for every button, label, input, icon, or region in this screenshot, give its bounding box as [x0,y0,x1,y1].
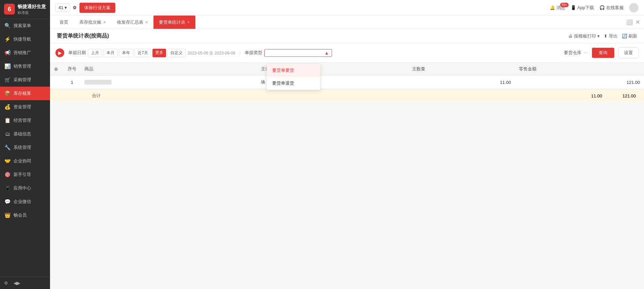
sidebar-item-sales[interactable]: 📊 销售管理 [0,60,50,73]
btn-export[interactable]: ⬆ 导出 [604,33,618,39]
avatar[interactable] [629,3,639,13]
tab-receive-summary-label: 收发存汇总表 [117,19,143,25]
topbar-right: 🔔 消息 99+ 📱 App下载 🎧 在线客服 [550,3,639,13]
sidebar-item-app-center[interactable]: 📱 应用中心 [0,181,50,195]
btn-industry[interactable]: 体验行业方案 [79,3,115,13]
sidebar-item-quick-nav[interactable]: ⚡ 快捷导航 [0,32,50,46]
service-label: 在线客服 [606,5,624,11]
refresh-label: 刷新 [628,33,637,39]
btn-custom[interactable]: 自定义 [167,49,186,57]
app-title: 畅捷通好生意 [18,3,46,10]
badge-more[interactable]: 更多 [152,49,166,57]
filter-warehouse-group: 要货仓库 ··· [564,50,588,56]
tab-order-summary[interactable]: 要货单统计表 × [153,16,195,29]
sidebar-item-label: 系统管理 [14,144,31,151]
page-actions: 🖨 按模板打印 ▾ ⬆ 导出 🔄 刷新 [568,33,637,39]
data-table: ⚙ 序号 商品 主计量单位 主数量 零售金额 1 [50,63,644,89]
tab-order-summary-close[interactable]: × [187,20,190,25]
filter-warehouse-label: 要货仓库 [564,50,581,56]
btn-settings[interactable]: 设置 [618,47,639,58]
refresh-icon: 🔄 [622,34,627,39]
btn-this-year[interactable]: 本年 [119,49,133,57]
filter-type-arrow-icon: ▲ [325,50,329,55]
sidebar-item-label: 采购管理 [14,77,31,83]
sidebar-item-search[interactable]: 🔍 搜索菜单 [0,19,50,32]
sidebar-item-wechat[interactable]: 💬 企业微信 [0,195,50,208]
basics-icon: 🗂 [4,131,11,137]
purchase-icon: 🛒 [4,76,11,83]
btn-print[interactable]: 🖨 按模板打印 ▾ [568,33,600,39]
footer-quantity: 11.00 [572,93,606,98]
sidebar-item-label: 企业协同 [14,158,31,164]
btn-recent7[interactable]: 近7天 [135,49,151,57]
member-icon: 👑 [4,212,11,219]
filter-expand-btn[interactable]: ▶ [55,48,64,57]
page-header: 要货单统计表(按商品) 🖨 按模板打印 ▾ ⬆ 导出 🔄 刷新 [50,29,644,43]
sidebar-item-label: 库存核算 [14,90,31,96]
tab-receive-summary[interactable]: 收发存汇总表 × [112,16,153,29]
product-name-blur [85,80,112,85]
tab-inventory-batch-close[interactable]: × [103,20,106,25]
store-selector-arrow-icon: ▾ [65,5,67,10]
sidebar-item-label: 畅会员 [14,212,27,218]
export-label: 导出 [609,33,618,39]
app-download-btn[interactable]: 📱 App下载 [571,5,594,11]
col-settings[interactable]: ⚙ [50,63,64,76]
store-selector[interactable]: 41 ▾ [55,3,70,12]
btn-refresh[interactable]: 🔄 刷新 [622,33,637,39]
row-settings [50,76,64,89]
print-arrow-icon: ▾ [597,34,600,39]
sidebar-item-basics[interactable]: 🗂 基础信息 [0,127,50,141]
sidebar-item-finance[interactable]: 💰 资金管理 [0,100,50,114]
filter-type-select[interactable]: ▲ [264,49,332,57]
sidebar-item-enterprise[interactable]: 🤝 企业协同 [0,154,50,168]
sidebar: 6 畅捷通好生意 标准版 🔍 搜索菜单 ⚡ 快捷导航 📢 营销推广 📊 销售管理… [0,0,50,289]
app-subtitle: 标准版 [18,10,46,15]
filter-more-btn[interactable]: ··· [583,50,588,56]
sidebar-item-label: 快捷导航 [14,36,31,42]
sidebar-item-system[interactable]: 🔧 系统管理 [0,141,50,154]
tab-order-summary-label: 要货单统计表 [159,19,185,25]
sidebar-item-operation[interactable]: 📋 经营管理 [0,114,50,127]
tab-maximize-icon[interactable]: ⬜ [626,19,633,25]
main-content: 41 ▾ ⚙ 体验行业方案 🔔 消息 99+ 📱 App下载 🎧 在线客服 [50,0,644,289]
notifications-btn[interactable]: 🔔 消息 99+ [550,5,565,11]
tab-inventory-batch-label: 库存批次账 [79,19,101,25]
finance-icon: 💰 [4,104,11,110]
app-logo: 6 畅捷通好生意 标准版 [0,0,50,19]
tab-close-all-icon[interactable]: ✕ [636,19,640,25]
sidebar-item-inventory[interactable]: 📦 库存核算 [0,87,50,100]
tab-receive-summary-close[interactable]: × [145,20,148,25]
newbie-icon: 🎯 [4,171,11,178]
sidebar-item-label: 企业微信 [14,199,31,205]
export-icon: ⬆ [604,34,607,39]
btn-this-month[interactable]: 本月 [103,49,118,57]
download-icon: 📱 [571,5,576,10]
btn-last-month[interactable]: 上月 [88,49,102,57]
footer-total-label: 合计 [88,93,572,99]
tab-home[interactable]: 首页 [54,16,74,29]
tab-inventory-batch[interactable]: 库存批次账 × [74,16,112,29]
row-amount: 121.00 [515,76,644,89]
sidebar-item-newbie[interactable]: 🎯 新手引导 [0,168,50,181]
sidebar-bottom: ⚙ ◀▶ [0,277,50,289]
online-service-btn[interactable]: 🎧 在线客服 [599,5,624,11]
filter-bar: ▶ 单据日期 上月 本月 本年 近7天 更多 自定义 2023-05-06 至 … [50,43,644,63]
settings-icon[interactable]: ⚙ [4,281,8,286]
topbar: 41 ▾ ⚙ 体验行业方案 🔔 消息 99+ 📱 App下载 🎧 在线客服 [50,0,644,16]
sidebar-item-member[interactable]: 👑 畅会员 [0,208,50,222]
btn-query[interactable]: 查询 [592,48,614,58]
dropdown-item-order-return[interactable]: 要货单退货 [267,77,320,90]
sidebar-item-label: 搜索菜单 [14,23,31,29]
sidebar-item-marketing[interactable]: 📢 营销推广 [0,46,50,60]
table-row: 1 块 11.00 121.00 [50,76,644,89]
app-download-label: App下载 [577,5,594,11]
sidebar-item-label: 新手引导 [14,172,31,178]
dropdown-item-order-purchase[interactable]: 要货单要货 [267,64,320,77]
notification-count: 99+ [560,3,569,7]
settings-gear-icon[interactable]: ⚙ [73,5,77,10]
print-label: 按模板打印 [574,33,596,39]
collapse-icon[interactable]: ◀▶ [14,281,20,286]
search-icon: 🔍 [4,22,11,29]
sidebar-item-purchase[interactable]: 🛒 采购管理 [0,73,50,87]
